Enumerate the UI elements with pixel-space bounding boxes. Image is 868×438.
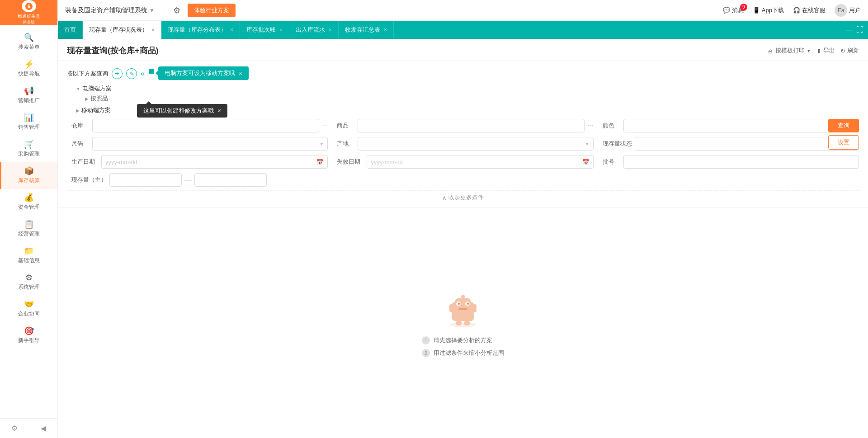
add-scheme-btn[interactable]: + <box>112 68 123 79</box>
app-version: 标准版 <box>23 19 35 25</box>
stock-qty-max-input[interactable] <box>194 173 267 187</box>
produce-date-input[interactable]: yyyy-mm-dd 📅 <box>101 155 328 169</box>
empty-hint-1: 1 请先选择要分析的方案 <box>422 336 504 344</box>
mobile-scheme-arrow: ▶ <box>76 108 80 113</box>
sidebar-item-newbie[interactable]: 🎯 新手引导 <box>0 322 57 349</box>
tab-batch-close[interactable]: × <box>279 27 283 33</box>
topbar-settings-icon[interactable]: ⚙ <box>173 5 180 15</box>
edit-scheme-btn[interactable]: ✎ <box>126 68 137 79</box>
origin-select[interactable]: ▼ <box>358 137 593 151</box>
print-label: 按模板打印 <box>775 47 805 55</box>
search-button[interactable]: 查询 <box>828 119 859 132</box>
sidebar-label-enterprise: 企业协同 <box>18 310 40 318</box>
print-dropdown-icon: ▼ <box>807 48 811 53</box>
tabbar: 首页 现存量（库存状况表） × 现存量（库存分布表） × 库存批次账 × 出入库… <box>58 21 868 39</box>
tab-flow[interactable]: 出入库流水 × <box>289 21 339 39</box>
color-select[interactable]: ▼ <box>623 119 859 132</box>
warehouse-input[interactable] <box>92 119 319 132</box>
collapse-up-icon: ∧ <box>442 194 447 201</box>
online-service-btn[interactable]: 🎧 在线客服 <box>793 6 826 14</box>
produce-date-placeholder: yyyy-mm-dd <box>105 159 137 165</box>
tab-summary-close[interactable]: × <box>384 27 387 33</box>
edit-tooltip-close[interactable]: × <box>217 107 221 114</box>
expire-date-field: 失效日期 yyyy-mm-dd 📅 <box>337 155 593 169</box>
tab-summary[interactable]: 收发存汇总表 × <box>339 21 394 39</box>
tab-flow-close[interactable]: × <box>329 27 332 33</box>
tab-stock-status[interactable]: 现存量（库存状况表） × <box>83 21 161 39</box>
user-area[interactable]: Ea 用户 <box>835 4 861 17</box>
filter-area: 按以下方案查询 + ✎ « 电脑方案可设为移动方案哦 × <box>58 61 868 207</box>
sidebar-item-finance[interactable]: 💰 资金管理 <box>0 189 57 216</box>
sidebar-item-quick-nav[interactable]: ⚡ 快捷导航 <box>0 56 57 82</box>
sidebar-label-basic: 基础信息 <box>18 257 40 264</box>
tab-stock-status-close[interactable]: × <box>151 27 155 33</box>
sidebar-item-basic[interactable]: 📁 基础信息 <box>0 242 57 269</box>
size-select[interactable]: ▼ <box>92 137 328 151</box>
batch-field: 批号 <box>603 155 859 169</box>
expire-date-input[interactable]: yyyy-mm-dd 📅 <box>367 155 593 169</box>
sidebar-item-marketing[interactable]: 📢 营销推广 <box>0 82 57 109</box>
collapse-button[interactable]: ∧ 收起更多条件 <box>442 193 484 202</box>
tab-minimize-btn[interactable]: — <box>845 26 853 34</box>
svg-point-7 <box>458 303 460 305</box>
sidebar-item-operation[interactable]: 📋 经营管理 <box>0 216 57 242</box>
tab-maximize-btn[interactable]: ⛶ <box>856 26 863 34</box>
desktop-scheme-sub-item[interactable]: ▶ 按照品 <box>85 94 859 104</box>
topbar: 装备及固定资产辅助管理系统 ▼ ⚙ 体验行业方案 💬 消息 9 📱 App下载 … <box>58 0 868 21</box>
sidebar-label-purchase: 采购管理 <box>18 150 40 158</box>
enterprise-icon: 🤝 <box>24 300 34 308</box>
print-btn[interactable]: 🖨 按模板打印 ▼ <box>768 47 811 55</box>
stock-qty-min-input[interactable] <box>109 173 182 187</box>
desktop-scheme-item[interactable]: ▼ 电脑端方案 <box>76 84 859 94</box>
scheme-tooltip-close[interactable]: × <box>239 70 242 77</box>
tab-batch-label: 库存批次账 <box>246 26 276 34</box>
sidebar-item-search-menu[interactable]: 🔍 搜索菜单 <box>0 29 57 56</box>
edit-tooltip-text: 这里可以创建和修改方案哦 <box>143 107 214 115</box>
sidebar-item-purchase[interactable]: 🛒 采购管理 <box>0 136 57 162</box>
size-dropdown-icon: ▼ <box>319 141 324 146</box>
system-icon: ⚙ <box>25 273 33 282</box>
tab-home[interactable]: 首页 <box>58 21 83 39</box>
expire-date-label: 失效日期 <box>337 158 364 166</box>
message-btn[interactable]: 💬 消息 9 <box>723 6 744 14</box>
warehouse-dots[interactable]: ··· <box>322 122 328 130</box>
product-input[interactable] <box>358 119 585 132</box>
message-badge: 9 <box>740 4 747 11</box>
hint-2-num: 2 <box>422 349 430 357</box>
app-logo[interactable]: 6 畅通好生意 标准版 <box>0 0 57 25</box>
hint-1-text: 请先选择要分析的方案 <box>434 336 492 344</box>
sidebar-label-finance: 资金管理 <box>18 203 40 211</box>
stock-qty-separator: — <box>184 176 192 184</box>
tab-batch[interactable]: 库存批次账 × <box>240 21 289 39</box>
sidebar-label-operation: 经营管理 <box>18 230 40 238</box>
desktop-scheme-label: 电脑端方案 <box>82 85 112 93</box>
sidebar-item-inventory[interactable]: 📦 库存核算 <box>0 162 57 189</box>
product-label: 商品 <box>337 122 355 130</box>
logo-svg: 6 <box>24 2 33 11</box>
batch-input[interactable] <box>623 155 859 169</box>
tab-stock-dist[interactable]: 现存量（库存分布表） × <box>161 21 240 39</box>
sales-icon: 📊 <box>24 113 34 122</box>
sidebar-item-sales[interactable]: 📊 销售管理 <box>0 109 57 136</box>
reset-button[interactable]: 设置 <box>828 135 859 150</box>
trial-button[interactable]: 体验行业方案 <box>188 4 236 17</box>
search-buttons: 查询 设置 <box>828 119 859 150</box>
product-dots[interactable]: ··· <box>587 122 593 130</box>
collapse-label: 收起更多条件 <box>448 193 484 202</box>
system-selector[interactable]: 装备及固定资产辅助管理系统 ▼ <box>65 6 155 14</box>
back-scheme-btn[interactable]: « <box>141 70 145 78</box>
inventory-icon: 📦 <box>24 167 34 175</box>
stock-status-select[interactable]: ▼ <box>635 137 859 151</box>
page-content: 现存量查询(按仓库+商品) 🖨 按模板打印 ▼ ⬆ 导出 ↻ 刷新 <box>58 39 868 438</box>
tab-stock-dist-close[interactable]: × <box>230 27 233 33</box>
export-btn[interactable]: ⬆ 导出 <box>816 47 835 55</box>
sidebar-settings-icon[interactable]: ⚙ <box>11 424 18 433</box>
scheme-tooltip: 电脑方案可设为移动方案哦 × <box>158 66 249 80</box>
sidebar-item-enterprise[interactable]: 🤝 企业协同 <box>0 296 57 322</box>
sidebar-bottom: ⚙ ◀ <box>0 418 57 438</box>
app-download-btn[interactable]: 📱 App下载 <box>753 6 784 14</box>
sub-item-arrow: ▶ <box>85 96 89 101</box>
refresh-btn[interactable]: ↻ 刷新 <box>840 47 859 55</box>
sidebar-item-system[interactable]: ⚙ 系统管理 <box>0 269 57 296</box>
sidebar-collapse-icon[interactable]: ◀ <box>41 424 46 433</box>
